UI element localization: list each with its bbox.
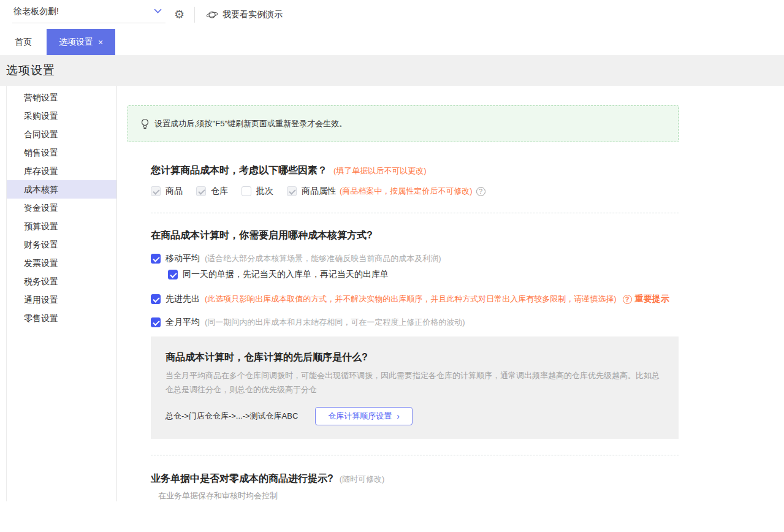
gear-icon[interactable]: ⚙	[174, 9, 185, 20]
warehouse-order-current: 总仓->门店仓仓库->...->测试仓库ABC	[166, 411, 298, 422]
fifo-note: (此选项只影响出库成本取值的方式，并不解决实物的出库顺序，并且此种方式对日常出入…	[205, 294, 617, 305]
zero-cost-subtitle: 在业务单据保存和审核时均会控制	[158, 490, 679, 501]
fifo-label: 先进先出	[166, 294, 200, 305]
monthly-average-note: (同一期间内的出库成本和月末结存相同，可在一定程度上修正价格的波动)	[205, 317, 465, 328]
section-cost-factors: 您计算商品成本时，考虑以下哪些因素？ (填了单据以后不可以更改) 商品 仓库 批…	[151, 164, 679, 197]
checkbox-product[interactable]	[151, 186, 161, 196]
page-title-band: 选项设置	[0, 55, 784, 86]
account-select[interactable]: 徐老板勿删!	[12, 6, 166, 23]
sidebar-item-retail[interactable]: 零售设置	[7, 309, 116, 327]
planet-icon	[206, 10, 218, 20]
checkbox-fifo[interactable]	[151, 294, 161, 304]
tab-option-settings-label: 选项设置	[59, 37, 93, 48]
tab-home[interactable]: 首页	[0, 29, 47, 55]
warehouse-order-settings-label: 仓库计算顺序设置	[328, 411, 392, 422]
option-monthly-average: 全月平均 (同一期间内的出库成本和月末结存相同，可在一定程度上修正价格的波动)	[151, 317, 679, 328]
monthly-average-label: 全月平均	[166, 317, 200, 328]
bulb-icon	[140, 118, 150, 130]
checkbox-warehouse-label: 仓库	[211, 186, 228, 197]
warehouse-order-description: 当全月平均商品在多个仓库间调拨时，可能会出现循环调拨，因此需要指定各仓库的计算顺…	[166, 369, 661, 397]
option-same-day: 同一天的单据，先记当天的入库单，再记当天的出库单	[168, 269, 679, 280]
checkbox-product-label: 商品	[166, 186, 183, 197]
cost-factors-note: (填了单据以后不可以更改)	[333, 165, 427, 177]
checkbox-batch-label: 批次	[256, 186, 273, 197]
costing-method-title: 在商品成本计算时，你需要启用哪种成本核算方式?	[151, 229, 373, 242]
moving-average-label: 移动平均	[166, 253, 200, 264]
checkbox-product-attr-note: (商品档案中，按属性定价后不可修改)	[340, 186, 473, 197]
tab-close-icon[interactable]: ×	[98, 37, 103, 47]
section-divider	[151, 213, 679, 213]
tab-strip: 首页 选项设置 ×	[0, 29, 784, 55]
chevron-down-icon	[154, 9, 162, 14]
section-zero-cost-prompt: 业务单据中是否对零成本的商品进行提示? (随时可修改) 在业务单据保存和审核时均…	[151, 473, 679, 502]
sidebar-item-general[interactable]: 通用设置	[7, 291, 116, 309]
moving-average-note: (适合绝大部分成本核算场景，能够准确反映当前商品的成本及利润)	[205, 253, 441, 264]
checkbox-same-day[interactable]	[168, 270, 178, 279]
tab-home-label: 首页	[15, 37, 32, 48]
sidebar-item-funds[interactable]: 资金设置	[7, 199, 116, 217]
warehouse-order-panel: 商品成本计算时，仓库计算的先后顺序是什么? 当全月平均商品在多个仓库间调拨时，可…	[151, 336, 679, 439]
section-divider	[151, 455, 679, 455]
chevron-right-icon: ›	[397, 412, 400, 420]
sidebar-item-marketing[interactable]: 营销设置	[7, 88, 116, 107]
demo-link[interactable]: 我要看实例演示	[206, 9, 283, 20]
account-select-value: 徐老板勿删!	[13, 6, 59, 17]
checkbox-monthly-average[interactable]	[151, 317, 161, 327]
sidebar-item-invoice[interactable]: 发票设置	[7, 254, 116, 272]
demo-link-label: 我要看实例演示	[223, 9, 283, 20]
cost-factors-checkbox-row: 商品 仓库 批次 商品属性 (商品档案中，按属性定价后不可修改)	[151, 186, 679, 197]
sidebar-item-sales[interactable]: 销售设置	[7, 143, 116, 162]
warehouse-order-row: 总仓->门店仓仓库->...->测试仓库ABC 仓库计算顺序设置 ›	[166, 407, 661, 425]
sidebar-item-inventory[interactable]: 库存设置	[7, 162, 116, 180]
zero-cost-note: (随时可修改)	[340, 474, 385, 485]
main-area: 营销设置 采购设置 合同设置 销售设置 库存设置 成本核算 资金设置 预算设置 …	[0, 86, 784, 501]
page-title: 选项设置	[6, 63, 55, 78]
important-warning-label: 重要提示	[635, 294, 669, 305]
sidebar-item-purchase[interactable]: 采购设置	[7, 107, 116, 125]
zero-cost-title: 业务单据中是否对零成本的商品进行提示?	[151, 473, 333, 485]
success-alert: 设置成功后,须按"F5"键刷新页面或重新登录才会生效。	[127, 105, 679, 142]
same-day-label: 同一天的单据，先记当天的入库单，再记当天的出库单	[183, 269, 389, 280]
checkbox-warehouse[interactable]	[196, 186, 206, 196]
warehouse-order-title: 商品成本计算时，仓库计算的先后顺序是什么?	[166, 351, 661, 364]
question-circle-icon[interactable]	[476, 187, 485, 196]
topbar-divider	[194, 7, 195, 23]
sidebar-item-contract[interactable]: 合同设置	[7, 125, 116, 143]
sidebar-item-cost-accounting[interactable]: 成本核算	[7, 180, 116, 199]
top-bar: 徐老板勿删! ⚙ 我要看实例演示	[0, 0, 784, 29]
checkbox-batch[interactable]	[242, 186, 251, 196]
option-fifo: 先进先出 (此选项只影响出库成本取值的方式，并不解决实物的出库顺序，并且此种方式…	[151, 294, 679, 305]
section-costing-method: 在商品成本计算时，你需要启用哪种成本核算方式? 移动平均 (适合绝大部分成本核算…	[151, 229, 679, 328]
sidebar-item-tax[interactable]: 税务设置	[7, 272, 116, 291]
checkbox-product-attr-label: 商品属性	[302, 186, 336, 197]
settings-sidebar: 营销设置 采购设置 合同设置 销售设置 库存设置 成本核算 资金设置 预算设置 …	[6, 86, 117, 501]
sidebar-item-budget[interactable]: 预算设置	[7, 217, 116, 235]
cost-factors-title: 您计算商品成本时，考虑以下哪些因素？	[151, 164, 327, 177]
option-moving-average: 移动平均 (适合绝大部分成本核算场景，能够准确反映当前商品的成本及利润)	[151, 253, 679, 264]
warning-question-icon[interactable]	[623, 295, 632, 304]
success-alert-text: 设置成功后,须按"F5"键刷新页面或重新登录才会生效。	[154, 118, 347, 129]
tab-option-settings[interactable]: 选项设置 ×	[47, 29, 115, 55]
settings-content: 设置成功后,须按"F5"键刷新页面或重新登录才会生效。 您计算商品成本时，考虑以…	[117, 86, 784, 501]
checkbox-product-attr[interactable]	[287, 186, 297, 196]
warehouse-order-settings-button[interactable]: 仓库计算顺序设置 ›	[315, 407, 413, 425]
sidebar-item-finance[interactable]: 财务设置	[7, 235, 116, 254]
checkbox-moving-average[interactable]	[151, 254, 161, 264]
